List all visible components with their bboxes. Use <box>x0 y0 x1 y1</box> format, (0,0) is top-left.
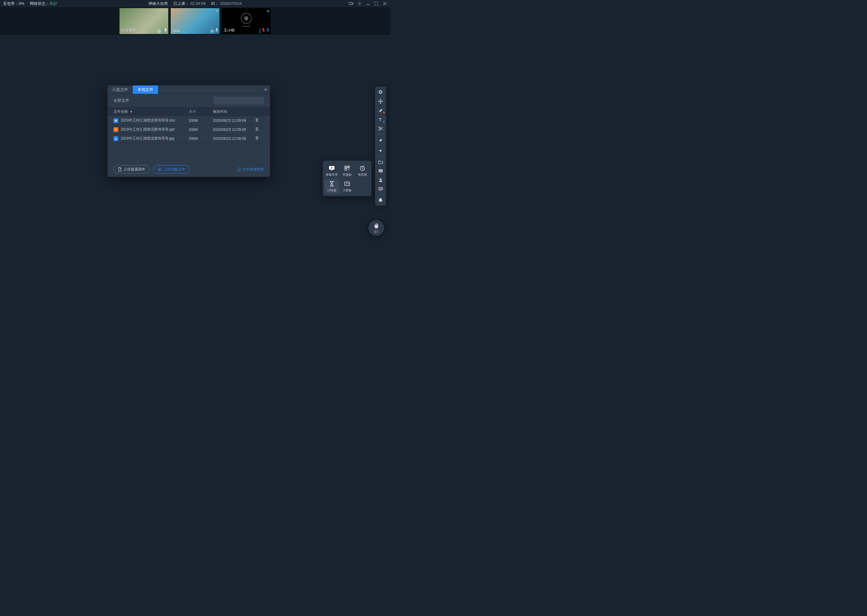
tool-text[interactable]: T <box>375 115 386 124</box>
raise-hand-count: 0/2 <box>374 230 378 233</box>
file-name: 2019年工作汇报情况查询等等.doc <box>121 118 175 123</box>
close-video-icon[interactable]: × <box>267 9 270 14</box>
svg-rect-9 <box>267 28 268 30</box>
camera-icon[interactable] <box>348 1 353 6</box>
column-header-time[interactable]: 修改时间 <box>213 109 255 114</box>
close-video-icon[interactable]: × <box>216 9 218 14</box>
file-modified-time: 2020/06/23 12:09:09 <box>213 137 255 141</box>
tab-cloud-files[interactable]: 云盘文件 <box>107 85 133 94</box>
mic-icon <box>164 28 167 33</box>
search-input[interactable] <box>213 97 264 104</box>
class-title: 神秘大自然 <box>148 1 168 6</box>
file-type-icon: P <box>113 127 118 132</box>
video-tile[interactable]: 叮当老师 <box>120 8 168 34</box>
file-modified-time: 2020/06/23 12:09:09 <box>213 118 255 123</box>
tool-move[interactable] <box>375 97 386 106</box>
file-size: 200M <box>189 118 213 123</box>
class-id: ID：2020070324 <box>211 1 242 6</box>
participant-name: 王小明 <box>224 28 235 33</box>
alarm-icon <box>359 165 366 171</box>
table-row[interactable]: P2019年工作汇报情况查询等等.ppt200M2020/06/23 12:09… <box>107 125 270 134</box>
tool-answering[interactable]: AB 答题器 <box>340 163 355 178</box>
packet-loss: 丢包率：0% <box>3 1 24 6</box>
camera-status-icon <box>157 30 161 33</box>
svg-point-27 <box>379 127 380 128</box>
svg-point-1 <box>359 3 360 4</box>
delete-icon[interactable] <box>255 119 259 123</box>
raise-hand-button[interactable]: 0/2 <box>369 220 384 236</box>
file-name: 2019年工作汇报情况查询等等.jpg <box>121 136 174 141</box>
tool-timer[interactable]: 计时器 <box>325 179 339 194</box>
supported-types-link[interactable]: 文件支持类型 <box>237 167 264 172</box>
tool-eraser[interactable] <box>375 135 386 144</box>
upload-animated-button[interactable]: 上传动效文件 <box>153 165 190 174</box>
svg-rect-5 <box>165 28 166 30</box>
tab-local-files[interactable]: 本地文件 <box>133 85 158 94</box>
svg-text:T: T <box>379 117 381 122</box>
svg-point-29 <box>380 150 381 152</box>
column-header-size[interactable]: 大小 <box>189 109 213 114</box>
table-header: 文件名称▼ 大小 修改时间 <box>107 107 270 116</box>
camera-status-icon <box>210 30 214 33</box>
tool-screen-share[interactable]: 屏幕共享 <box>325 163 339 178</box>
tool-files[interactable] <box>375 157 386 167</box>
video-tile[interactable]: × Nina <box>171 8 219 34</box>
svg-rect-32 <box>380 171 381 171</box>
file-type-icon: W <box>113 118 118 123</box>
table-row[interactable]: ▲2019年工作汇报情况查询等等.jpg200M2020/06/23 12:09… <box>107 134 270 143</box>
tool-chat[interactable] <box>375 184 386 193</box>
audio-level-icon <box>162 29 163 33</box>
teaching-tools-popup: 屏幕共享 AB 答题器 抢答器 计时器 2+3 小黑板 <box>323 160 372 196</box>
tool-pen[interactable] <box>375 106 386 115</box>
column-header-name[interactable]: 文件名称▼ <box>113 109 189 114</box>
svg-rect-0 <box>349 2 352 5</box>
svg-rect-31 <box>379 171 380 171</box>
svg-text:A: A <box>345 166 347 168</box>
file-modified-time: 2020/06/23 12:09:09 <box>213 127 255 132</box>
maximize-icon[interactable] <box>374 1 379 6</box>
network-status: 网络状态：良好 <box>30 1 57 6</box>
file-name: 2019年工作汇报情况查询等等.ppt <box>121 127 175 132</box>
dialog-close-icon[interactable]: × <box>264 87 267 92</box>
audio-level-icon <box>260 29 260 33</box>
upload-normal-button[interactable]: 上传普通课件 <box>113 165 150 174</box>
tool-blackboard[interactable]: 2+3 小黑板 <box>340 179 355 194</box>
table-row[interactable]: W2019年工作汇报情况查询等等.doc200M2020/06/23 12:09… <box>107 116 270 125</box>
mic-icon <box>215 28 218 33</box>
mic-muted-icon <box>262 28 265 33</box>
color-indicator-icon <box>383 112 385 113</box>
tool-scissors[interactable] <box>375 124 386 133</box>
hourglass-icon <box>328 181 335 187</box>
svg-point-28 <box>379 129 380 130</box>
tool-roster[interactable] <box>375 175 386 184</box>
participant-video-strip: 叮当老师 × Nina × 王小明 <box>0 7 390 35</box>
svg-rect-6 <box>216 28 218 30</box>
tool-apps[interactable] <box>375 167 386 175</box>
delete-icon[interactable] <box>255 128 259 132</box>
file-picker-dialog: 云盘文件 本地文件 × 全部文件 文件名称▼ 大小 修改时间 W2019年工作汇… <box>107 85 270 177</box>
tool-bell[interactable] <box>375 195 386 204</box>
delete-icon[interactable] <box>255 137 259 141</box>
tool-buzzer[interactable]: 抢答器 <box>355 163 370 178</box>
minimize-icon[interactable] <box>366 1 370 6</box>
tool-laser[interactable] <box>375 146 386 155</box>
tool-pointer[interactable] <box>375 88 386 97</box>
quiz-icon: AB <box>344 165 350 171</box>
breadcrumb-all-files[interactable]: 全部文件 <box>113 98 129 103</box>
svg-text:2+3: 2+3 <box>345 182 349 185</box>
right-toolbar: T <box>375 86 386 206</box>
svg-text:B: B <box>348 166 349 168</box>
video-tile[interactable]: × 王小明 <box>222 8 271 34</box>
top-status-bar: 丢包率：0% 网络状态：良好 神秘大自然 已上课：02:34:09 ID：202… <box>0 0 390 7</box>
color-indicator-icon <box>383 121 385 123</box>
close-icon[interactable] <box>382 1 387 6</box>
svg-point-36 <box>380 188 380 189</box>
mic-icon <box>266 28 270 33</box>
file-size: 200M <box>189 127 213 132</box>
screen-share-icon <box>328 165 335 171</box>
camera-off-icon <box>241 13 252 24</box>
gear-icon[interactable] <box>357 1 362 6</box>
svg-point-38 <box>381 188 381 189</box>
file-type-icon: ▲ <box>113 136 118 141</box>
math-board-icon: 2+3 <box>344 181 350 187</box>
